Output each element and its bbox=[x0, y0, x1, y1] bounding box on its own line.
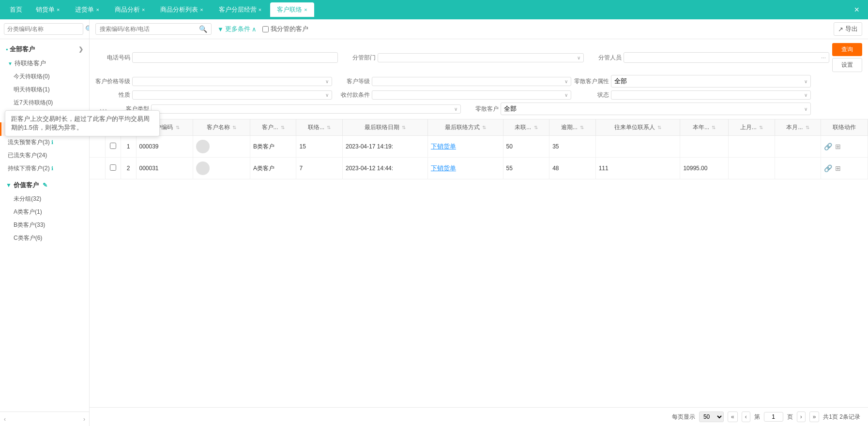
nav-tab-purchase[interactable]: 进货单 × bbox=[68, 2, 106, 17]
prev-page-button[interactable]: ‹ bbox=[742, 411, 750, 422]
page-input[interactable] bbox=[764, 412, 783, 422]
filter-field-status: 状态 ∨ bbox=[574, 90, 811, 100]
nav-tab-close-customer-tier[interactable]: × bbox=[259, 7, 261, 13]
sidebar-item-churn-warning[interactable]: 流失预警客户(3) ℹ bbox=[0, 136, 89, 149]
export-button[interactable]: ↗ 导出 bbox=[834, 22, 862, 36]
row-company-contact-1: 111 bbox=[595, 158, 680, 179]
sidebar-item-a-class[interactable]: A类客户(1) bbox=[0, 206, 89, 219]
sidebar-item-7days[interactable]: 近7天待联络(0) bbox=[0, 96, 89, 109]
action-link-icon-0[interactable]: 🔗 bbox=[824, 143, 832, 150]
row-check-0[interactable] bbox=[110, 143, 116, 149]
sidebar-bottom-left-arrow[interactable]: ‹ bbox=[4, 416, 6, 423]
nav-tab-analysis-list[interactable]: 商品分析列表 × bbox=[153, 2, 210, 17]
nav-home[interactable]: 首页 bbox=[5, 2, 27, 17]
last-page-button[interactable]: » bbox=[809, 411, 820, 422]
row-last-method-link-1[interactable]: 下销货单 bbox=[431, 164, 456, 172]
action-grid-icon-0[interactable]: ⊞ bbox=[835, 143, 841, 150]
filter-row-3: 性质 ∨ 收付款条件 ∨ 状态 bbox=[95, 90, 862, 100]
nav-tab-analysis[interactable]: 商品分析 × bbox=[108, 2, 152, 17]
page-label-2: 页 bbox=[787, 413, 793, 421]
nav-tab-customer-contact[interactable]: 客户联络 × bbox=[270, 2, 314, 17]
sidebar-item-ungroup[interactable]: 未分组(32) bbox=[0, 192, 89, 206]
row-last-method-link-0[interactable]: 下销货单 bbox=[431, 143, 456, 150]
col-contact[interactable]: 联络... ⇅ bbox=[296, 119, 343, 136]
col-name[interactable]: 客户名称 ⇅ bbox=[193, 119, 250, 136]
query-button[interactable]: 查询 bbox=[832, 43, 862, 56]
sidebar-item-b-class[interactable]: B类客户(33) bbox=[0, 219, 89, 232]
col-type[interactable]: 客户... ⇅ bbox=[250, 119, 296, 136]
filter-bar: 🔍 ▼ 更多条件 ∧ 我分管的客户 ↗ 导出 bbox=[90, 19, 868, 39]
filter-select-person[interactable]: ··· bbox=[624, 52, 829, 63]
action-link-icon-1[interactable]: 🔗 bbox=[824, 164, 832, 172]
filter-select-nature[interactable]: ∨ bbox=[132, 90, 332, 100]
row-pending-0: 50 bbox=[503, 136, 549, 158]
sidebar-collapse-icon[interactable]: ❯ bbox=[78, 46, 83, 53]
search-input[interactable] bbox=[100, 26, 197, 32]
sidebar-item-tomorrow[interactable]: 明天待联络(1) bbox=[0, 83, 89, 96]
per-page-select[interactable]: 50 100 200 bbox=[699, 411, 724, 422]
filter-input-phone[interactable] bbox=[132, 52, 338, 63]
nav-tab-close-sales[interactable]: × bbox=[57, 7, 60, 13]
this-year-sort-icon: ⇅ bbox=[712, 125, 716, 130]
sidebar-value-customers[interactable]: ▼ 价值客户 ✎ bbox=[0, 178, 89, 192]
row-code-0: 000039 bbox=[136, 136, 193, 158]
nav-tab-close-customer-contact[interactable]: × bbox=[304, 7, 307, 13]
filter-label-payment: 收付款条件 bbox=[335, 91, 370, 99]
value-customer-edit-icon[interactable]: ✎ bbox=[43, 182, 47, 189]
row-checkbox-1 bbox=[105, 158, 121, 179]
close-all-button[interactable]: × bbox=[850, 3, 863, 17]
filter-select-price-tier[interactable]: ∨ bbox=[132, 77, 332, 86]
col-last-method[interactable]: 最后联络方式 ⇅ bbox=[427, 119, 503, 136]
first-page-button[interactable]: « bbox=[728, 411, 738, 422]
sidebar-group-pending-header[interactable]: ▼ 待联络客户 bbox=[0, 57, 89, 70]
last-method-sort-icon: ⇅ bbox=[482, 125, 486, 130]
row-name-1 bbox=[193, 158, 250, 179]
search-icon-button[interactable]: 🔍 bbox=[199, 25, 207, 33]
nav-tab-close-analysis[interactable]: × bbox=[142, 7, 145, 13]
filter-select-payment[interactable]: ∨ bbox=[372, 90, 572, 100]
sidebar-all-customers[interactable]: ▪ 全部客户 ❯ bbox=[0, 42, 89, 57]
more-conditions-button[interactable]: ▼ 更多条件 ∧ bbox=[217, 25, 257, 33]
settings-button[interactable]: 设置 bbox=[832, 58, 862, 72]
action-grid-icon-1[interactable]: ⊞ bbox=[835, 164, 841, 172]
col-overdue[interactable]: 逾期... ⇅ bbox=[549, 119, 596, 136]
sidebar-bottom-right-arrow[interactable]: › bbox=[83, 416, 85, 423]
sidebar-item-today[interactable]: 今天待联络(0) bbox=[0, 70, 89, 83]
filter-select-dept[interactable]: ∨ bbox=[378, 53, 583, 62]
chevron-icon: ∧ bbox=[252, 26, 257, 33]
sidebar-section-icon: ▪ bbox=[6, 46, 8, 53]
filter-select-retail-attr[interactable]: 全部 ∨ bbox=[611, 75, 811, 88]
filter-select-retail-customer[interactable]: 全部 ∨ bbox=[501, 103, 811, 115]
col-pending[interactable]: 未联... ⇅ bbox=[503, 119, 549, 136]
col-last-month[interactable]: 上月... ⇅ bbox=[729, 119, 775, 136]
next-page-button[interactable]: › bbox=[797, 411, 806, 422]
nav-tab-customer-tier[interactable]: 客户分层经营 × bbox=[212, 2, 268, 17]
col-last-date[interactable]: 最后联络日期 ⇅ bbox=[343, 119, 428, 136]
filter-select-customer-type[interactable]: ∨ bbox=[151, 104, 461, 114]
filter-select-customer-tier[interactable]: ∨ bbox=[372, 77, 572, 86]
table-row: 1 000039 B类客户 15 2023-04-17 14:19: 下销货单 … bbox=[90, 136, 868, 158]
sidebar-item-declining[interactable]: 持续下滑客户(2) ℹ bbox=[0, 162, 89, 175]
row-checkbox-0 bbox=[105, 136, 121, 158]
sidebar-item-churned[interactable]: 已流失客户(24) bbox=[0, 149, 89, 162]
row-check-1[interactable] bbox=[110, 164, 116, 171]
sidebar-search-input[interactable] bbox=[4, 23, 83, 35]
last-date-sort-icon: ⇅ bbox=[402, 125, 406, 130]
my-customers-check-input[interactable] bbox=[262, 26, 269, 32]
sidebar-search-icon[interactable]: 🔍 bbox=[85, 25, 90, 33]
col-company-contact[interactable]: 往来单位联系人 ⇅ bbox=[595, 119, 680, 136]
col-this-month[interactable]: 本月... ⇅ bbox=[775, 119, 821, 136]
nav-tab-close-purchase[interactable]: × bbox=[96, 7, 99, 13]
filter-field-person: 分管人员 ··· bbox=[587, 52, 829, 63]
row-this-year-0 bbox=[680, 136, 729, 158]
filter-field-customer-tier: 客户等级 ∨ bbox=[335, 77, 572, 86]
sidebar-item-c-class[interactable]: C类客户(6) bbox=[0, 232, 89, 245]
filter-select-status[interactable]: ∨ bbox=[611, 90, 811, 100]
per-page-label: 每页显示 bbox=[672, 413, 695, 421]
nav-tab-close-analysis-list[interactable]: × bbox=[200, 7, 203, 13]
col-this-year[interactable]: 本年... ⇅ bbox=[680, 119, 729, 136]
nav-tab-sales[interactable]: 销货单 × bbox=[29, 2, 66, 17]
page-label: 第 bbox=[754, 413, 760, 421]
my-customers-checkbox[interactable]: 我分管的客户 bbox=[262, 25, 308, 33]
code-sort-icon: ⇅ bbox=[176, 125, 180, 130]
